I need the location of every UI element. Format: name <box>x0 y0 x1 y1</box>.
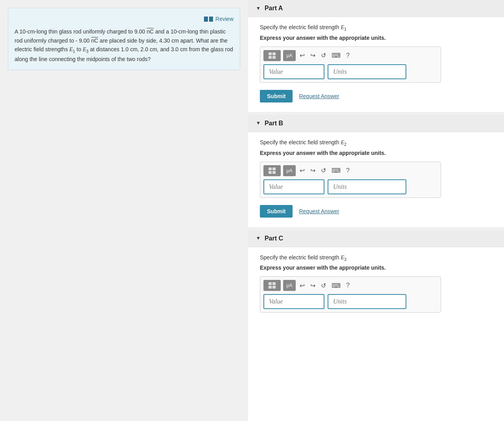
part-b-request-answer-button[interactable]: Request Answer <box>299 208 339 214</box>
part-a-redo-button[interactable]: ↪ <box>309 51 317 60</box>
part-b-units-input[interactable] <box>328 179 406 194</box>
part-c-title: Part C <box>265 235 283 242</box>
part-a-keyboard-button[interactable]: ⌨ <box>330 51 342 60</box>
part-b-redo-button[interactable]: ↪ <box>309 166 317 175</box>
part-b-help-button[interactable]: ? <box>345 166 351 175</box>
left-panel: Review A 10-cm-long thin glass rod unifo… <box>0 0 248 421</box>
part-b-header: ▼ Part B <box>248 115 504 132</box>
part-a-request-answer-button[interactable]: Request Answer <box>299 93 339 99</box>
part-c-header: ▼ Part C <box>248 230 504 247</box>
part-c-redo-button[interactable]: ↪ <box>309 281 317 290</box>
part-a-help-button[interactable]: ? <box>345 51 351 60</box>
part-b-content: Specify the electric field strength E2 E… <box>248 132 504 227</box>
part-c-content: Specify the electric field strength E3 E… <box>248 247 504 328</box>
part-c-undo-button[interactable]: ↩ <box>298 281 306 290</box>
part-b-description: Specify the electric field strength E2 <box>260 139 492 147</box>
part-b-toolbar: μA ↩ ↪ ↺ ⌨ ? <box>263 165 437 176</box>
part-b-instruction: Express your answer with the appropriate… <box>260 150 492 156</box>
part-b-value-input[interactable] <box>263 179 324 194</box>
part-c-value-input[interactable] <box>263 294 324 309</box>
part-a-undo-button[interactable]: ↩ <box>298 51 306 60</box>
part-a-header: ▼ Part A <box>248 0 504 17</box>
right-panel: ▼ Part A Specify the electric field stre… <box>248 0 504 421</box>
part-bc-divider <box>248 227 504 230</box>
part-b-fields <box>263 179 437 194</box>
part-c-instruction: Express your answer with the appropriate… <box>260 265 492 271</box>
part-b-submit-button[interactable]: Submit <box>260 205 293 218</box>
part-c-keyboard-button[interactable]: ⌨ <box>330 281 342 290</box>
part-c-help-button[interactable]: ? <box>345 281 351 290</box>
part-a-submit-button[interactable]: Submit <box>260 90 293 102</box>
part-b-title: Part B <box>265 120 283 127</box>
part-a-fields <box>263 64 437 79</box>
part-a-toolbar: μA ↩ ↪ ↺ ⌨ ? <box>263 50 437 61</box>
part-b-section: ▼ Part B Specify the electric field stre… <box>248 115 504 227</box>
part-c-units-input[interactable] <box>328 294 406 309</box>
part-c-input-container: μA ↩ ↪ ↺ ⌨ ? <box>260 276 441 313</box>
part-b-refresh-button[interactable]: ↺ <box>319 166 328 175</box>
review-link-container: Review <box>15 15 233 23</box>
part-b-keyboard-button[interactable]: ⌨ <box>330 166 342 175</box>
part-c-collapse-icon[interactable]: ▼ <box>256 235 261 241</box>
part-a-palette-button[interactable] <box>263 50 281 61</box>
part-a-instruction: Express your answer with the appropriate… <box>260 35 492 41</box>
part-c-section: ▼ Part C Specify the electric field stre… <box>248 230 504 328</box>
part-b-collapse-icon[interactable]: ▼ <box>256 120 261 126</box>
part-b-input-container: μA ↩ ↪ ↺ ⌨ ? <box>260 162 441 198</box>
part-c-mu-button[interactable]: μA <box>283 280 296 291</box>
part-a-input-container: μA ↩ ↪ ↺ ⌨ ? <box>260 47 441 83</box>
part-c-fields <box>263 294 437 309</box>
part-ab-divider <box>248 112 504 115</box>
part-a-value-input[interactable] <box>263 64 324 79</box>
question-text: A 10-cm-long thin glass rod uniformly ch… <box>15 27 233 63</box>
part-a-section: ▼ Part A Specify the electric field stre… <box>248 0 504 112</box>
part-a-refresh-button[interactable]: ↺ <box>319 51 328 60</box>
part-b-palette-button[interactable] <box>263 165 281 176</box>
part-a-action-row: Submit Request Answer <box>260 90 492 102</box>
part-c-refresh-button[interactable]: ↺ <box>319 281 328 290</box>
part-a-units-input[interactable] <box>328 64 406 79</box>
part-c-toolbar: μA ↩ ↪ ↺ ⌨ ? <box>263 280 437 291</box>
part-c-description: Specify the electric field strength E3 <box>260 254 492 262</box>
review-icon <box>204 17 213 22</box>
part-a-content: Specify the electric field strength E1 E… <box>248 17 504 112</box>
part-b-mu-button[interactable]: μA <box>283 165 296 176</box>
part-b-undo-button[interactable]: ↩ <box>298 166 306 175</box>
part-a-description: Specify the electric field strength E1 <box>260 24 492 32</box>
part-c-palette-button[interactable] <box>263 280 281 291</box>
part-b-action-row: Submit Request Answer <box>260 205 492 218</box>
review-button[interactable]: Review <box>215 15 233 23</box>
part-a-collapse-icon[interactable]: ▼ <box>256 6 261 11</box>
part-a-title: Part A <box>265 5 283 12</box>
question-box: Review A 10-cm-long thin glass rod unifo… <box>8 8 240 70</box>
part-a-mu-button[interactable]: μA <box>283 50 296 61</box>
